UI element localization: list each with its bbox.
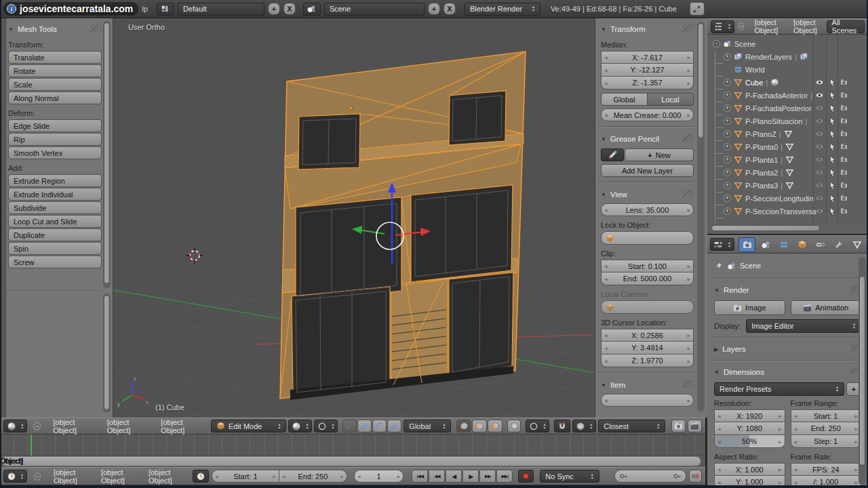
grease-draw-button[interactable] (601, 148, 624, 161)
layout-editor-button[interactable] (157, 3, 174, 16)
cursor-field[interactable]: Y: 3.4914 (601, 342, 694, 354)
expand-toggle-icon[interactable]: + (724, 104, 731, 112)
median-field[interactable]: Z: -1.357 (601, 77, 694, 89)
toolshelf-scrollbar-thumb[interactable] (104, 22, 110, 284)
limit-to-visible-button[interactable] (507, 420, 521, 432)
expand-toggle-icon[interactable]: - (713, 40, 720, 47)
expand-toggle-icon[interactable]: + (724, 195, 731, 202)
properties-tab[interactable] (793, 237, 810, 252)
snap-element-button[interactable] (572, 420, 596, 432)
manipulator-rotate-button[interactable] (372, 420, 387, 432)
selectable-pointer-icon[interactable] (828, 168, 837, 177)
outliner-row[interactable]: + Cube | (707, 76, 868, 89)
tool-button[interactable]: Extrude Individual (8, 188, 102, 201)
scene-close-button[interactable]: X (443, 3, 456, 15)
view3d-menu-item[interactable]: [object Object] (47, 418, 101, 434)
resolution-field[interactable]: 50% (714, 435, 785, 448)
selectable-pointer-icon[interactable] (828, 129, 837, 138)
selectable-pointer-icon[interactable] (828, 91, 837, 100)
tool-button[interactable]: Translate (8, 51, 102, 64)
next-keyframe-button[interactable]: ▶▶ (479, 470, 496, 483)
visibility-eye-icon[interactable] (815, 207, 824, 216)
render-panel-header[interactable]: ▼Render (714, 283, 861, 297)
properties-tab[interactable] (775, 237, 792, 252)
selectable-pointer-icon[interactable] (828, 78, 837, 87)
visibility-eye-icon[interactable] (815, 181, 824, 190)
tool-button[interactable]: Screw (8, 256, 102, 268)
renderable-camera-icon[interactable] (840, 78, 848, 87)
view3d-editor-type-button[interactable] (3, 420, 27, 432)
grease-new-button[interactable]: +New (625, 148, 694, 161)
orientation-local-button[interactable]: Local (648, 93, 694, 106)
expand-toggle-icon[interactable]: + (724, 92, 731, 99)
snap-target-select[interactable]: Closest (598, 420, 665, 432)
frame-start-field[interactable]: Start: 1 (212, 470, 279, 483)
renderable-camera-icon[interactable] (840, 168, 848, 177)
use-preview-range-button[interactable] (193, 470, 209, 483)
timeline-editor-type-button[interactable] (3, 470, 27, 483)
previous-keyframe-button[interactable]: ◀◀ (429, 470, 445, 483)
item-field[interactable] (601, 394, 694, 407)
properties-tab[interactable] (812, 237, 829, 252)
select-face-button[interactable] (488, 420, 502, 432)
timeline-menu-item[interactable]: [object Object] (142, 468, 190, 485)
view3d-menu-item[interactable]: [object Object] (101, 418, 155, 434)
expand-toggle-icon[interactable]: + (724, 182, 731, 189)
current-frame-playhead[interactable] (31, 434, 32, 455)
outliner-row[interactable]: + P-FachadaAnterior | (707, 89, 868, 102)
outliner-row[interactable]: - Scene | (707, 37, 868, 50)
timeline-menu-item[interactable]: [object Object] (95, 468, 142, 485)
tool-button[interactable]: Subdivide (8, 201, 102, 214)
sync-mode-select[interactable]: No Sync (540, 470, 599, 483)
selectable-pointer-icon[interactable] (828, 142, 837, 151)
timeline-ruler[interactable]: [object Object][object Object][object Ob… (0, 434, 705, 467)
tool-button[interactable]: Duplicate (8, 228, 102, 241)
delete-keyframe-button[interactable] (689, 470, 702, 483)
aspect-field[interactable]: X: 1.000 (714, 463, 785, 476)
view3d-menu-item[interactable]: [object Object] (155, 418, 209, 434)
renderable-camera-icon[interactable] (840, 142, 848, 151)
play-button[interactable]: ▶ (462, 470, 479, 483)
visibility-eye-icon[interactable] (815, 104, 824, 113)
tool-button[interactable]: Rip (8, 133, 102, 146)
expand-toggle-icon[interactable]: + (724, 53, 731, 60)
outliner-row[interactable]: + RenderLayers | (707, 50, 868, 63)
outliner-row[interactable]: + P-PlanoZ | (707, 127, 868, 140)
outliner-menu-item[interactable]: [object Object] (748, 18, 787, 35)
maximize-window-button[interactable] (690, 2, 705, 16)
transform-panel-header[interactable]: ▼Transform (601, 22, 694, 36)
expand-toggle-icon[interactable]: + (724, 130, 731, 138)
manipulator-translate-button[interactable] (342, 420, 357, 432)
outliner-row[interactable]: + P-Planta3 | (707, 179, 868, 192)
selectable-pointer-icon[interactable] (828, 207, 837, 216)
manipulator-move-button[interactable] (357, 420, 372, 432)
item-panel-header[interactable]: ▼Item (601, 378, 694, 392)
outliner-row[interactable]: + P-Planta0 | (707, 140, 868, 153)
renderable-camera-icon[interactable] (840, 181, 848, 190)
visibility-eye-icon[interactable] (815, 117, 824, 125)
pushpin-icon[interactable] (714, 262, 723, 270)
tool-button[interactable]: Edge Slide (8, 119, 102, 132)
tool-button[interactable]: Smooth Vertex (8, 146, 102, 159)
auto-keyframe-button[interactable] (518, 470, 534, 483)
outliner-row[interactable]: + P-SeccionLongitudin | (707, 192, 868, 205)
scene-add-button[interactable]: + (428, 3, 440, 15)
grease-pencil-panel-header[interactable]: ▼Grease Pencil (601, 132, 694, 146)
lens-field[interactable]: Lens: 35.000 (601, 203, 694, 216)
layout-add-button[interactable]: + (268, 3, 280, 15)
cursor-field[interactable]: Z: 1.9770 (601, 354, 694, 367)
toolshelf-scrollbar2-thumb[interactable] (104, 295, 110, 410)
jump-to-start-button[interactable]: |◀◀ (412, 470, 428, 483)
selectable-pointer-icon[interactable] (828, 155, 837, 164)
select-edge-button[interactable] (472, 420, 487, 432)
cursor-field[interactable]: X: 0.2586 (601, 329, 694, 342)
layout-close-button[interactable]: X (283, 3, 296, 15)
timeline-scrollbar[interactable] (1, 456, 701, 466)
viewport-shading-button[interactable] (288, 420, 312, 432)
local-camera-field[interactable] (601, 300, 694, 314)
outliner-row[interactable]: + P-Planta1 | (707, 153, 868, 166)
outliner-row[interactable]: World | (707, 63, 868, 76)
visibility-eye-icon[interactable] (815, 129, 824, 138)
properties-scrollbar-thumb[interactable] (859, 276, 865, 466)
selectable-pointer-icon[interactable] (828, 181, 837, 190)
